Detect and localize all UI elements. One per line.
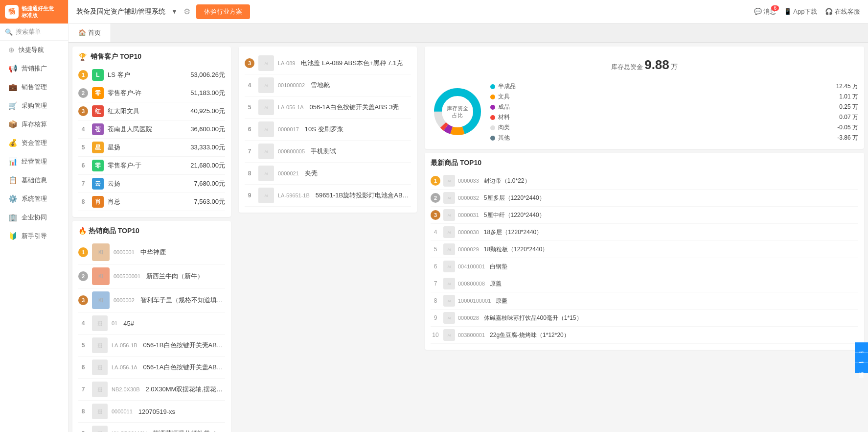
- rank-name: 零售客户-于: [108, 161, 186, 170]
- tab-home[interactable]: 🏠 首页: [69, 24, 111, 42]
- legend-value: 0.07 万: [839, 113, 858, 121]
- float-btn-直播[interactable]: 直播: [855, 363, 868, 373]
- product-image-placeholder: 🖼: [92, 404, 108, 419]
- sidebar-item-quick-nav[interactable]: ⊕快捷导航: [0, 41, 68, 59]
- app-download[interactable]: 📱 App下载: [784, 7, 817, 16]
- image-placeholder-icon: Ai: [447, 264, 451, 269]
- float-btn-客服热线[interactable]: 客服热线: [855, 342, 868, 353]
- float-btn-服务社区[interactable]: 服务社区: [855, 353, 868, 363]
- legend-value: 1.01 万: [839, 93, 858, 101]
- new-product-item: 5 Ai 0000029 18颗粒板（1220*2440）: [431, 241, 858, 258]
- rank-value: 33,333.00元: [190, 143, 225, 152]
- nav-icon-system: ⚙️: [8, 194, 18, 203]
- nav-label-enterprise: 企业协同: [22, 213, 47, 222]
- rank-num: 5: [78, 144, 88, 151]
- product-code: 0000011: [112, 408, 133, 414]
- customer-rank-item: 3 红 红太阳文具 40,925.00元: [78, 102, 225, 120]
- new-product-item: 6 Ai 004100001 白钢垫: [431, 258, 858, 275]
- hot-product-item: 3 图 0000002 智利车子里（规格不知道填什么）: [78, 288, 225, 312]
- customer-top10-title: 🏆 销售客户 TOP10: [78, 52, 225, 61]
- message-badge[interactable]: 💬 消息 6: [754, 7, 777, 16]
- legend-name: 肉类: [498, 123, 834, 132]
- new-product-name: 原盖: [490, 280, 858, 288]
- hot-products-title: 🔥 热销商品 TOP10: [78, 227, 225, 236]
- new-product-img: Ai: [443, 329, 455, 341]
- new-product-item: 9 Ai 0000028 体碱嘉枝味苏打饮品400毫升（1*15）: [431, 310, 858, 327]
- image-icon: Ai: [264, 61, 268, 66]
- image-icon: Ai: [264, 193, 268, 198]
- customer-top10-card: 🏆 销售客户 TOP10 1 L LS 客户 53,006.26元 2 零 零售…: [72, 47, 231, 217]
- nav-icon-purchase: 🛒: [8, 101, 18, 110]
- legend-name: 成品: [498, 103, 836, 111]
- nav-icon-basic-info: 📋: [8, 176, 18, 185]
- product-name: 花语萌恒温分婚礼袋（厚款）: [153, 429, 225, 432]
- image-placeholder-icon: Ai: [447, 299, 451, 303]
- product-code: NB2.0X30B: [112, 386, 139, 392]
- gear-icon[interactable]: ⚙: [183, 7, 190, 16]
- legend-dot: [490, 136, 495, 141]
- product-image-placeholder: 🖼: [92, 315, 108, 331]
- rank-name: 苍南县人民医院: [108, 125, 186, 134]
- donut-chart: 库存资金 占比: [431, 85, 484, 140]
- new-product-item: 7 Ai 000800008 原盖: [431, 275, 858, 292]
- tabs-bar: 🏠 首页: [69, 24, 868, 43]
- image-placeholder-icon: Ai: [447, 282, 451, 286]
- product-code: 000800005: [278, 148, 305, 154]
- image-icon: 🖼: [97, 387, 102, 392]
- customer-rank-item: 7 云 云扬 7,680.00元: [78, 175, 225, 193]
- sidebar-nav: ⊕快捷导航📢营销推广💼销售管理🛒采购管理📦库存核算💰资金管理📊经营管理📋基础信息…: [0, 41, 68, 245]
- new-product-img: Ai: [443, 192, 455, 204]
- sidebar-item-marketing[interactable]: 📢营销推广: [0, 59, 68, 78]
- sidebar-item-guide[interactable]: 🔰新手引导: [0, 227, 68, 245]
- product-name: 12070519-xs: [138, 408, 225, 415]
- hot-product-item: 1 图 0000001 中华神鹿: [78, 240, 225, 264]
- sidebar-item-purchase[interactable]: 🛒采购管理: [0, 96, 68, 115]
- product-name: 056-1B白色按键开关壳ABS2壳: [143, 341, 225, 350]
- product-name: 056-1A白色按键开关盖ABS 3壳: [143, 363, 225, 372]
- product-name: 夹壳: [305, 169, 411, 178]
- legend-dot: [490, 115, 495, 120]
- mid-product-item: 3 Ai LA-089 电池盖 LA-089 ABS本色+黑种 7.1克: [245, 52, 411, 74]
- main-area: 装备及固定资产辅助管理系统 ▼ ⚙ 体验行业方案 💬 消息 6 📱 App下载 …: [69, 0, 868, 432]
- new-product-list: 1 Ai 0000033 封边带（1.0*22） 2 Ai 0000032 5厘…: [431, 172, 858, 344]
- topbar-right: 💬 消息 6 📱 App下载 🎧 在线客服: [754, 7, 860, 16]
- product-code: 0000002: [114, 297, 135, 303]
- image-placeholder-icon: Ai: [447, 179, 451, 183]
- new-product-code: 004100001: [458, 264, 485, 269]
- nav-label-purchase: 采购管理: [22, 101, 47, 110]
- experience-btn[interactable]: 体验行业方案: [196, 4, 250, 19]
- sidebar-item-operations[interactable]: 📊经营管理: [0, 152, 68, 171]
- sidebar-item-inventory[interactable]: 📦库存核算: [0, 115, 68, 134]
- topbar-dropdown[interactable]: ▼: [171, 8, 178, 15]
- product-name: 45#: [123, 320, 225, 327]
- hot-product-list: 1 图 0000001 中华神鹿 2 图 000500001 新西兰牛肉（新牛）…: [78, 240, 225, 432]
- sidebar-item-sales[interactable]: 💼销售管理: [0, 78, 68, 96]
- image-icon: Ai: [264, 149, 268, 154]
- rank-name: LS 客户: [108, 71, 186, 79]
- image-placeholder-icon: Ai: [447, 230, 451, 235]
- image-icon: Ai: [264, 171, 268, 176]
- new-product-code: 003800001: [458, 332, 485, 338]
- new-product-name: 原盖: [496, 297, 858, 305]
- online-service[interactable]: 🎧 在线客服: [825, 7, 860, 16]
- rank-avatar: 零: [92, 87, 104, 99]
- new-product-code: 0000032: [458, 195, 479, 201]
- sidebar-item-finance[interactable]: 💰资金管理: [0, 134, 68, 152]
- legend-value: -3.86 万: [837, 134, 858, 142]
- legend-name: 文具: [498, 93, 836, 101]
- product-image-placeholder: 🖼: [92, 382, 108, 397]
- new-product-name: 22g鱼豆腐-烧烤味（1*12*20）: [490, 331, 858, 339]
- sidebar-search[interactable]: 🔍 搜索菜单: [0, 24, 68, 41]
- product-code: 0000001: [114, 249, 135, 255]
- new-product-name: 18多层（1220*2440）: [484, 228, 858, 237]
- phone-icon: 📱: [784, 8, 792, 15]
- nav-label-operations: 经营管理: [22, 157, 47, 166]
- new-products-title: 最新商品 TOP10: [431, 159, 858, 168]
- message-count: 6: [771, 5, 779, 11]
- image-icon: 🖼: [97, 365, 102, 370]
- new-product-img: Ai: [443, 175, 455, 187]
- sidebar-item-system[interactable]: ⚙️系统管理: [0, 190, 68, 208]
- sidebar-item-enterprise[interactable]: 🏢企业协同: [0, 208, 68, 227]
- nav-label-guide: 新手引导: [22, 232, 47, 240]
- sidebar-item-basic-info[interactable]: 📋基础信息: [0, 171, 68, 190]
